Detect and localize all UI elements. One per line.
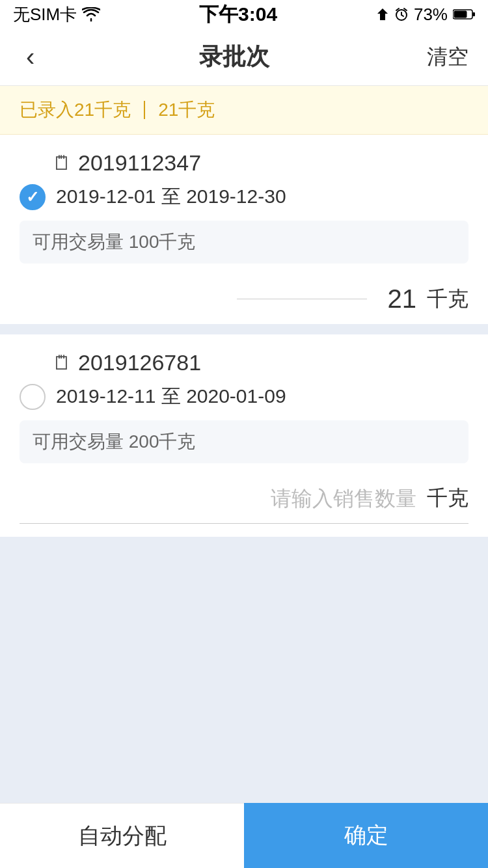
status-left: 无SIM卡 (13, 3, 100, 26)
no-sim-label: 无SIM卡 (13, 3, 77, 26)
content-area: 🗒 2019112347 2019-12-01 至 2019-12-30 可用交… (0, 135, 488, 868)
batch-id-icon-1: 🗒 (52, 152, 72, 174)
status-time: 下午3:04 (199, 1, 277, 28)
batch-qty-1: 可用交易量 100千克 (20, 221, 468, 264)
location-icon (376, 7, 389, 21)
info-banner: 已录入21千克 21千克 (0, 86, 488, 135)
recorded-label: 已录入21千克 (20, 98, 131, 122)
amount-underline-1 (237, 299, 367, 299)
batch-id-row-2: 🗒 2019126781 (20, 350, 468, 375)
page-title: 录批次 (199, 41, 269, 73)
batch-checkbox-1[interactable] (20, 184, 46, 210)
batch-id-row-1: 🗒 2019112347 (20, 150, 468, 176)
batch-id-1: 2019112347 (78, 150, 201, 176)
batch-amount-row-1: 21 千克 (0, 274, 488, 324)
batch-input-row-2: 千克 (0, 474, 488, 523)
batch-date-1: 2019-12-01 至 2019-12-30 (56, 183, 286, 210)
batch-unit-1: 千克 (427, 285, 468, 314)
svg-line-2 (401, 15, 403, 16)
auto-distribute-button[interactable]: 自动分配 (0, 803, 244, 868)
battery-percent: 73% (414, 5, 448, 25)
batch-unit-2: 千克 (427, 484, 468, 513)
batch-card-1: 🗒 2019112347 2019-12-01 至 2019-12-30 可用交… (0, 135, 488, 324)
spacer-2 (0, 524, 488, 537)
batch-date-row-1: 2019-12-01 至 2019-12-30 (20, 183, 468, 210)
batch-date-row-2: 2019-12-11 至 2020-01-09 (20, 383, 468, 410)
gray-area (0, 537, 488, 810)
batch-qty-input-2[interactable] (156, 487, 416, 511)
batch-amount-1: 21 (388, 284, 417, 314)
svg-rect-4 (472, 12, 475, 16)
back-button[interactable]: ‹ (20, 36, 41, 78)
batch-card-1-inner: 🗒 2019112347 2019-12-01 至 2019-12-30 可用交… (0, 135, 488, 264)
info-value: 21千克 (158, 98, 215, 122)
confirm-label: 确定 (344, 821, 388, 850)
batch-qty-2: 可用交易量 200千克 (20, 420, 468, 463)
batch-card-2: 🗒 2019126781 2019-12-11 至 2020-01-09 可用交… (0, 334, 488, 537)
batch-date-2: 2019-12-11 至 2020-01-09 (56, 383, 286, 410)
status-bar: 无SIM卡 下午3:04 73% (0, 0, 488, 29)
section-separator (0, 324, 488, 334)
alarm-icon (394, 7, 409, 21)
auto-distribute-label: 自动分配 (78, 821, 167, 851)
nav-bar: ‹ 录批次 清空 (0, 29, 488, 86)
batch-id-2: 2019126781 (78, 350, 201, 375)
info-divider (144, 101, 145, 119)
status-right: 73% (376, 5, 475, 25)
batch-checkbox-2[interactable] (20, 384, 46, 410)
bottom-bar: 自动分配 确定 (0, 803, 488, 868)
clear-button[interactable]: 清空 (427, 43, 468, 72)
batch-id-icon-2: 🗒 (52, 352, 72, 374)
confirm-button[interactable]: 确定 (244, 803, 488, 868)
svg-rect-5 (454, 11, 467, 18)
wifi-icon (82, 7, 100, 21)
battery-icon (453, 8, 475, 20)
batch-card-2-inner: 🗒 2019126781 2019-12-11 至 2020-01-09 可用交… (0, 334, 488, 463)
